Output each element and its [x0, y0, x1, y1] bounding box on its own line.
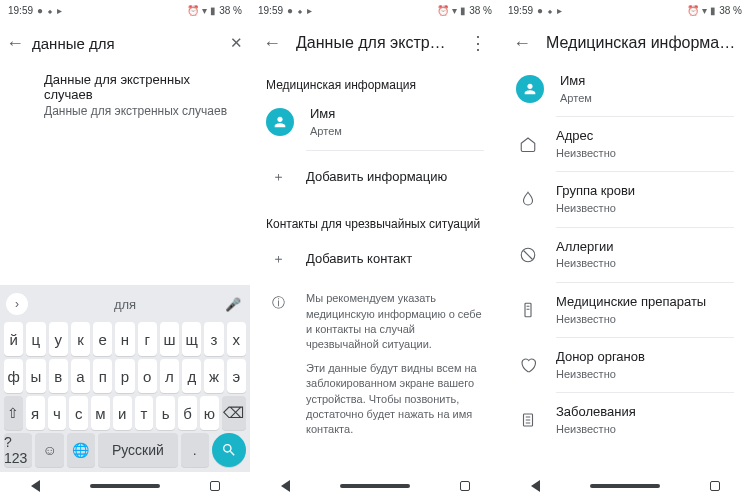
nav-home-icon[interactable]: [90, 484, 160, 488]
key-и[interactable]: и: [113, 396, 132, 430]
key-х[interactable]: х: [227, 322, 246, 356]
key-о[interactable]: о: [138, 359, 157, 393]
item-value: Неизвестно: [556, 146, 734, 160]
mic-icon[interactable]: 🎤: [222, 297, 244, 312]
suggestion-title: Данные для экстренных случаев: [44, 72, 234, 102]
nav-recent-icon[interactable]: [460, 481, 470, 491]
key-row-4: ?123☺🌐Русский.: [4, 433, 246, 467]
page-title: Медицинская информация: [546, 34, 744, 52]
allergy-icon: [516, 243, 540, 267]
key-ц[interactable]: ц: [26, 322, 45, 356]
status-bar: 19:59 ● ⬥ ▸ ⏰ ▾ ▮ 38 %: [250, 0, 500, 20]
notification-icon: ●: [287, 5, 293, 16]
wifi-icon: ▾: [452, 5, 457, 16]
key-м[interactable]: м: [91, 396, 110, 430]
plus-icon: ＋: [266, 247, 290, 271]
section-contacts: Контакты для чрезвычайных ситуаций: [250, 199, 500, 237]
key-р[interactable]: р: [115, 359, 134, 393]
key-ь[interactable]: ь: [156, 396, 175, 430]
key-е[interactable]: е: [93, 322, 112, 356]
info-text: Мы рекомендуем указать медицинскую инфор…: [306, 291, 484, 446]
key-ч[interactable]: ч: [48, 396, 67, 430]
key-☺[interactable]: ☺: [35, 433, 63, 467]
item-value: Неизвестно: [556, 312, 734, 326]
search-key[interactable]: [212, 433, 246, 467]
nav-back-icon[interactable]: [31, 480, 40, 492]
divider: [556, 171, 734, 172]
medication-icon: [516, 298, 540, 322]
medical-item[interactable]: Донор органовНеизвестно: [500, 342, 750, 388]
back-icon[interactable]: [6, 27, 24, 59]
key-ж[interactable]: ж: [204, 359, 223, 393]
key-щ[interactable]: щ: [182, 322, 201, 356]
expand-suggestions-icon[interactable]: ›: [6, 293, 28, 315]
key-?123[interactable]: ?123: [4, 433, 32, 467]
key-г[interactable]: г: [138, 322, 157, 356]
key-ф[interactable]: ф: [4, 359, 23, 393]
divider: [556, 282, 734, 283]
nav-home-icon[interactable]: [340, 484, 410, 488]
medical-item[interactable]: Группа кровиНеизвестно: [500, 176, 750, 222]
wifi-icon: ▾: [202, 5, 207, 16]
search-input[interactable]: [32, 35, 222, 52]
nav-back-icon[interactable]: [281, 480, 290, 492]
nav-recent-icon[interactable]: [210, 481, 220, 491]
key-.[interactable]: .: [181, 433, 209, 467]
key-⌫[interactable]: ⌫: [222, 396, 246, 430]
suggestion-word[interactable]: для: [32, 297, 218, 312]
key-Русский[interactable]: Русский: [98, 433, 177, 467]
key-э[interactable]: э: [227, 359, 246, 393]
status-battery: 38 %: [219, 5, 242, 16]
key-а[interactable]: а: [71, 359, 90, 393]
key-л[interactable]: л: [160, 359, 179, 393]
keyboard: › для 🎤 йцукенгшщзх фывапролджэ ⇧ячсмить…: [0, 285, 250, 472]
item-label: Группа крови: [556, 183, 734, 200]
medical-item[interactable]: АдресНеизвестно: [500, 121, 750, 167]
key-я[interactable]: я: [26, 396, 45, 430]
back-icon[interactable]: [506, 27, 538, 59]
medical-item[interactable]: ЗаболеванияНеизвестно: [500, 397, 750, 443]
key-у[interactable]: у: [49, 322, 68, 356]
medical-item[interactable]: ИмяАртем: [500, 66, 750, 112]
nav-recent-icon[interactable]: [710, 481, 720, 491]
battery-icon: ▮: [710, 5, 716, 16]
key-🌐[interactable]: 🌐: [67, 433, 95, 467]
more-icon[interactable]: [462, 27, 494, 59]
key-ш[interactable]: ш: [160, 322, 179, 356]
key-row-2: фывапролджэ: [4, 359, 246, 393]
key-с[interactable]: с: [69, 396, 88, 430]
key-б[interactable]: б: [178, 396, 197, 430]
item-value: Неизвестно: [556, 256, 734, 270]
add-contact-button[interactable]: ＋ Добавить контакт: [250, 237, 500, 281]
page-title: Данные для экстренных слу...: [296, 34, 454, 52]
nav-back-icon[interactable]: [531, 480, 540, 492]
status-time: 19:59: [258, 5, 283, 16]
clear-icon[interactable]: [230, 27, 243, 59]
key-н[interactable]: н: [115, 322, 134, 356]
key-к[interactable]: к: [71, 322, 90, 356]
key-з[interactable]: з: [204, 322, 223, 356]
key-п[interactable]: п: [93, 359, 112, 393]
add-info-button[interactable]: ＋ Добавить информацию: [250, 155, 500, 199]
key-т[interactable]: т: [135, 396, 154, 430]
medical-item[interactable]: АллергииНеизвестно: [500, 232, 750, 278]
key-ы[interactable]: ы: [26, 359, 45, 393]
item-label: Заболевания: [556, 404, 734, 421]
nav-home-icon[interactable]: [590, 484, 660, 488]
notification-icon: ▸: [57, 5, 62, 16]
key-д[interactable]: д: [182, 359, 201, 393]
item-name[interactable]: Имя Артем: [250, 98, 500, 146]
search-header: [0, 20, 250, 66]
key-row-1: йцукенгшщзх: [4, 322, 246, 356]
key-в[interactable]: в: [49, 359, 68, 393]
key-ю[interactable]: ю: [200, 396, 219, 430]
blood-drop-icon: [516, 187, 540, 211]
key-⇧[interactable]: ⇧: [4, 396, 23, 430]
back-icon[interactable]: [256, 27, 288, 59]
add-contact-label: Добавить контакт: [306, 251, 484, 268]
battery-icon: ▮: [210, 5, 216, 16]
key-й[interactable]: й: [4, 322, 23, 356]
item-label: Медицинские препараты: [556, 294, 734, 311]
search-suggestion[interactable]: Данные для экстренных случаев Данные для…: [0, 66, 250, 124]
medical-item[interactable]: Медицинские препаратыНеизвестно: [500, 287, 750, 333]
